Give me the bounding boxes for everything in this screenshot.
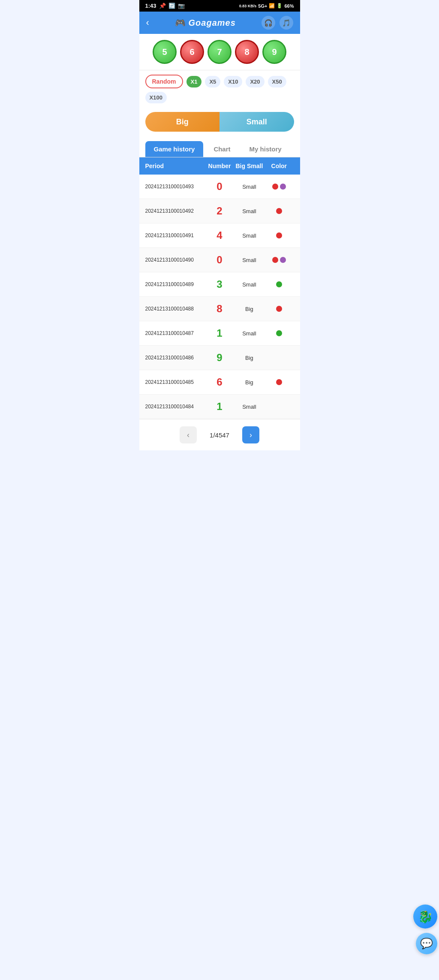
cell-color — [264, 306, 294, 312]
cell-number: 1 — [204, 401, 234, 413]
status-time: 1:43 📌 🔄 📷 — [145, 3, 185, 9]
cell-bigsmall: Big — [235, 379, 264, 386]
mult-x20-button[interactable]: X20 — [246, 76, 264, 87]
tab-chart[interactable]: Chart — [205, 141, 239, 157]
cell-color — [264, 330, 294, 336]
mult-x1-button[interactable]: X1 — [186, 76, 202, 87]
big-small-section: Big Small — [139, 108, 300, 138]
cell-color — [264, 257, 294, 263]
cell-bigsmall: Small — [235, 330, 264, 337]
header-period: Period — [145, 163, 205, 169]
cell-number: 4 — [204, 229, 234, 241]
color-dot — [276, 232, 282, 238]
cell-color — [264, 184, 294, 190]
header-bigsmall: Big Small — [235, 163, 264, 169]
header-color: Color — [264, 163, 294, 169]
color-dot — [276, 208, 282, 214]
table-row: 20241213100010490 0 Small — [139, 248, 300, 272]
ball-9[interactable]: 9 — [262, 40, 286, 64]
cell-number: 0 — [204, 181, 234, 193]
cell-number: 1 — [204, 327, 234, 339]
cell-period: 20241213100010491 — [145, 232, 205, 238]
cell-number: 8 — [204, 303, 234, 315]
table-row: 20241213100010491 4 Small — [139, 223, 300, 248]
cell-period: 20241213100010490 — [145, 257, 205, 263]
tab-my-history[interactable]: My history — [241, 141, 290, 157]
table-header: Period Number Big Small Color — [139, 157, 300, 175]
cell-number: 0 — [204, 254, 234, 266]
prev-page-button[interactable]: ‹ — [180, 426, 197, 443]
cell-period: 20241213100010485 — [145, 379, 205, 385]
cell-bigsmall: Big — [235, 355, 264, 361]
cell-number: 3 — [204, 278, 234, 290]
cell-bigsmall: Small — [235, 257, 264, 263]
ball-6[interactable]: 6 — [180, 40, 204, 64]
cell-period: 20241213100010493 — [145, 184, 205, 190]
mult-x10-button[interactable]: X10 — [224, 76, 242, 87]
color-dot — [276, 306, 282, 312]
multiplier-section: Random X1 X5 X10 X20 X50 X100 — [139, 70, 300, 108]
profile-icon[interactable]: 🎵 — [280, 16, 293, 30]
pagination: ‹ 1/4547 › — [139, 419, 300, 450]
cell-period: 20241213100010492 — [145, 208, 205, 214]
cell-color — [264, 208, 294, 214]
color-dot — [276, 281, 282, 287]
header-number: Number — [204, 163, 234, 169]
cell-bigsmall: Big — [235, 306, 264, 312]
app-logo: 🎮 Goagames — [175, 18, 236, 28]
tabs-wrapper: Game history Chart My history — [139, 138, 300, 157]
table-row: 20241213100010487 1 Small — [139, 321, 300, 346]
big-small-bar: Big Small — [145, 112, 294, 132]
cell-color — [264, 379, 294, 385]
mult-x50-button[interactable]: X50 — [268, 76, 286, 87]
table-body: 20241213100010493 0 Small 20241213100010… — [139, 175, 300, 419]
app-header: ‹ 🎮 Goagames 🎧 🎵 — [139, 12, 300, 34]
random-button[interactable]: Random — [145, 75, 183, 88]
cell-period: 20241213100010486 — [145, 355, 205, 361]
color-dot — [272, 184, 278, 190]
cell-number: 2 — [204, 205, 234, 217]
page-info: 1/4547 — [210, 431, 229, 439]
cell-period: 20241213100010487 — [145, 330, 205, 336]
cell-bigsmall: Small — [235, 404, 264, 410]
table-row: 20241213100010493 0 Small — [139, 175, 300, 199]
header-icons: 🎧 🎵 — [262, 16, 293, 30]
cell-period: 20241213100010489 — [145, 281, 205, 287]
table-row: 20241213100010489 3 Small — [139, 272, 300, 297]
color-dot — [276, 330, 282, 336]
cell-number: 6 — [204, 376, 234, 388]
number-balls-section: 5 6 7 8 9 — [139, 34, 300, 70]
small-button[interactable]: Small — [220, 112, 294, 132]
mult-x5-button[interactable]: X5 — [205, 76, 220, 87]
color-dot — [280, 184, 286, 190]
next-page-button[interactable]: › — [242, 426, 259, 443]
table-row: 20241213100010485 6 Big — [139, 370, 300, 395]
cell-bigsmall: Small — [235, 281, 264, 288]
color-dot — [276, 379, 282, 385]
cell-period: 20241213100010484 — [145, 404, 205, 410]
color-dot — [272, 257, 278, 263]
support-icon[interactable]: 🎧 — [262, 16, 275, 30]
status-right: 0.83 KB/s 5G+ 📶 🔋 66% — [239, 3, 294, 9]
table-row: 20241213100010486 9 Big — [139, 346, 300, 370]
mult-x100-button[interactable]: X100 — [145, 92, 167, 103]
status-bar: 1:43 📌 🔄 📷 0.83 KB/s 5G+ 📶 🔋 66% — [139, 0, 300, 12]
tab-game-history[interactable]: Game history — [145, 141, 204, 157]
table-row: 20241213100010488 8 Big — [139, 297, 300, 321]
color-dot — [280, 257, 286, 263]
cell-bigsmall: Small — [235, 208, 264, 214]
table-row: 20241213100010492 2 Small — [139, 199, 300, 223]
ball-7[interactable]: 7 — [207, 40, 232, 64]
back-button[interactable]: ‹ — [146, 17, 149, 28]
ball-8[interactable]: 8 — [235, 40, 259, 64]
tabs-section: Game history Chart My history — [139, 138, 300, 157]
cell-color — [264, 281, 294, 287]
cell-period: 20241213100010488 — [145, 306, 205, 312]
cell-color — [264, 232, 294, 238]
big-button[interactable]: Big — [145, 112, 220, 132]
cell-bigsmall: Small — [235, 184, 264, 190]
ball-5[interactable]: 5 — [153, 40, 177, 64]
table-row: 20241213100010484 1 Small — [139, 395, 300, 419]
cell-bigsmall: Small — [235, 232, 264, 239]
cell-number: 9 — [204, 352, 234, 364]
